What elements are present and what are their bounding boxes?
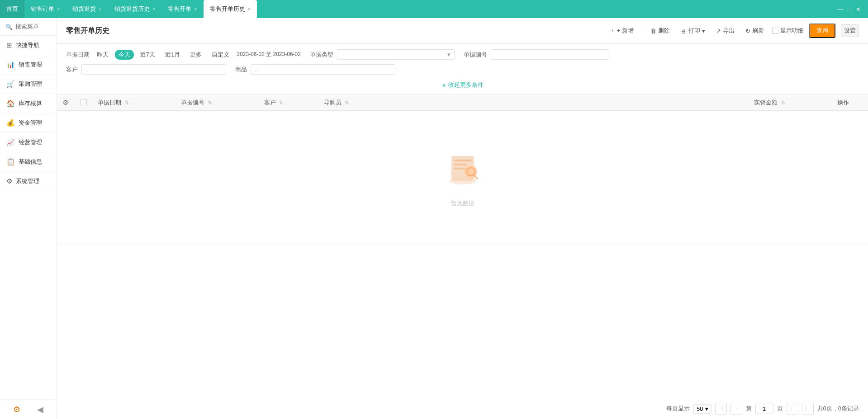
collapse-bar[interactable]: ∧ 收起更多条件 <box>66 79 859 91</box>
sidebar-item-quick-nav[interactable]: ⊞ 快捷导航 <box>0 36 57 55</box>
th-settings: ⚙ <box>57 95 75 111</box>
divider <box>642 27 642 34</box>
export-button[interactable]: ↗ 导出 <box>713 25 737 37</box>
tab-retail-history[interactable]: 零售开单历史 × <box>204 0 257 18</box>
sidebar-item-operations[interactable]: 📈 经营管理 <box>0 133 57 152</box>
print-icon: 🖨 <box>681 28 687 34</box>
purchase-icon: 🛒 <box>6 80 15 88</box>
window-maximize[interactable]: □ <box>848 6 851 13</box>
th-amount <box>390 95 749 111</box>
tab-retail-order-close[interactable]: × <box>194 6 197 12</box>
th-guide-sort[interactable]: ⇅ <box>345 100 349 105</box>
sidebar-search-label: 搜索菜单 <box>15 23 39 31</box>
sidebar-collapse-icon[interactable]: ◀ <box>37 405 43 414</box>
total-text: 共0页，0条记录 <box>817 405 859 413</box>
doc-number-input[interactable] <box>491 49 608 60</box>
goods-input[interactable]: ... <box>251 64 395 75</box>
th-number-sort[interactable]: ⇅ <box>208 100 212 105</box>
window-minimize[interactable]: — <box>837 6 843 13</box>
svg-rect-3 <box>454 164 467 165</box>
filter-bar: 单据日期 昨天 今天 近7天 近1月 更多 自定义 2023-06-02 至 2… <box>57 44 868 95</box>
customer-input[interactable]: ... <box>81 64 226 75</box>
page-title: 零售开单历史 <box>66 26 109 36</box>
tab-sales-return[interactable]: 销货退货 × <box>66 0 108 18</box>
tab-sales-return-label: 销货退货 <box>72 5 96 13</box>
table-gear-icon[interactable]: ⚙ <box>62 99 68 106</box>
tab-return-history-close[interactable]: × <box>152 6 155 12</box>
goods-filter: 商品 ... <box>235 64 395 75</box>
tab-home-label: 首页 <box>6 5 18 13</box>
date-btn-yesterday[interactable]: 昨天 <box>93 50 112 60</box>
tab-home[interactable]: 首页 <box>0 0 24 18</box>
last-page-button[interactable]: 》 <box>802 403 814 414</box>
sidebar-item-purchase-label: 采购管理 <box>19 80 42 88</box>
per-page-label: 每页显示 <box>666 405 690 413</box>
tab-sales-order[interactable]: 销售订单 × <box>24 0 66 18</box>
content-area: 零售开单历史 ＋ + 新增 🗑 删除 🖨 打印 ▾ ↗ 导 <box>57 18 868 419</box>
sidebar-menu: ⊞ 快捷导航 📊 销售管理 🛒 采购管理 🏠 库存核算 💰 资金管理 📈 <box>0 36 57 400</box>
add-button[interactable]: ＋ + 新增 <box>607 25 636 37</box>
sidebar-search[interactable]: 🔍 搜索菜单 <box>0 18 57 36</box>
doc-type-select[interactable]: ▾ <box>337 49 455 60</box>
quick-nav-icon: ⊞ <box>6 41 12 49</box>
th-number: 单据编号 ⇅ <box>175 95 259 111</box>
tab-return-history[interactable]: 销货退货历史 × <box>108 0 161 18</box>
sidebar-item-finance[interactable]: 💰 资金管理 <box>0 113 57 133</box>
sidebar-settings-icon[interactable]: ⚙ <box>13 405 20 414</box>
tab-sales-order-close[interactable]: × <box>57 6 60 12</box>
th-customer-label: 客户 <box>264 99 276 106</box>
th-date-sort[interactable]: ⇅ <box>125 100 129 105</box>
sidebar-item-sales[interactable]: 📊 销售管理 <box>0 55 57 75</box>
table-body: 暂无数据 <box>57 111 868 244</box>
sidebar-item-system-label: 系统管理 <box>16 177 39 185</box>
delete-button[interactable]: 🗑 删除 <box>648 25 673 37</box>
sidebar-item-system[interactable]: ⚙ 系统管理 <box>0 172 57 191</box>
prev-page-button[interactable]: 〈 <box>730 403 742 414</box>
per-page-select[interactable]: 50 ▾ <box>693 404 711 414</box>
svg-line-7 <box>474 175 478 179</box>
display-detail-checkbox[interactable]: 显示明细 <box>772 27 804 35</box>
data-table: ⚙ 单据日期 ⇅ 单据编号 ⇅ <box>57 95 868 244</box>
inventory-icon: 🏠 <box>6 99 15 108</box>
first-page-icon: 《 <box>718 405 724 413</box>
doc-number-placeholder <box>495 51 497 58</box>
basic-info-icon: 📋 <box>6 158 15 166</box>
date-btn-today[interactable]: 今天 <box>115 50 134 60</box>
date-btn-custom[interactable]: 自定义 <box>208 50 233 60</box>
th-amount-sort[interactable]: ⇅ <box>781 100 785 105</box>
header-actions: ＋ + 新增 🗑 删除 🖨 打印 ▾ ↗ 导出 ↻ <box>607 24 859 38</box>
date-range: 2023-06-02 至 2023-06-02 <box>237 51 300 58</box>
tab-retail-history-close[interactable]: × <box>248 6 251 12</box>
print-button[interactable]: 🖨 打印 ▾ <box>678 25 708 37</box>
settings-button[interactable]: 设置 <box>841 24 859 37</box>
date-btn-7days[interactable]: 近7天 <box>137 50 159 60</box>
top-navigation: 首页 销售订单 × 销货退货 × 销货退货历史 × 零售开单 × 零售开单历史 … <box>0 0 868 18</box>
last-page-icon: 》 <box>805 405 811 413</box>
date-btn-1month[interactable]: 近1月 <box>161 50 184 60</box>
th-customer: 客户 ⇅ <box>259 95 318 111</box>
window-close[interactable]: ✕ <box>856 6 861 13</box>
tab-return-history-label: 销货退货历史 <box>114 5 150 13</box>
tab-retail-order[interactable]: 零售开单 × <box>161 0 203 18</box>
next-page-button[interactable]: 〉 <box>787 403 798 414</box>
doc-type-value <box>341 51 343 58</box>
export-icon: ↗ <box>716 28 721 34</box>
sidebar-item-basic-info[interactable]: 📋 基础信息 <box>0 152 57 172</box>
first-page-button[interactable]: 《 <box>715 403 727 414</box>
th-customer-sort[interactable]: ⇅ <box>279 100 283 105</box>
tab-sales-return-close[interactable]: × <box>99 6 101 12</box>
refresh-button[interactable]: ↻ 刷新 <box>743 25 767 37</box>
sidebar-item-purchase[interactable]: 🛒 采购管理 <box>0 75 57 94</box>
select-all-checkbox[interactable] <box>81 99 87 105</box>
query-button[interactable]: 查询 <box>809 24 835 38</box>
collapse-icon: ∧ <box>442 82 446 89</box>
date-label: 单据日期 <box>66 51 90 59</box>
sidebar-item-inventory[interactable]: 🏠 库存核算 <box>0 94 57 113</box>
per-page-dropdown-icon: ▾ <box>705 405 708 412</box>
date-btn-more[interactable]: 更多 <box>186 50 205 60</box>
window-controls: — □ ✕ <box>837 6 868 13</box>
tab-bar: 首页 销售订单 × 销货退货 × 销货退货历史 × 零售开单 × 零售开单历史 … <box>0 0 837 18</box>
page-input[interactable] <box>755 404 773 414</box>
prev-page-icon: 〈 <box>733 405 739 413</box>
next-page-icon: 〉 <box>789 405 795 413</box>
